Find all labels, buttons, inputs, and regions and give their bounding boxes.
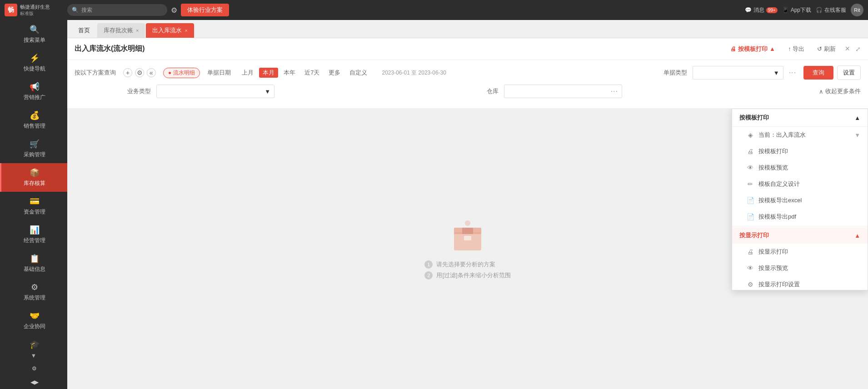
settings-button[interactable]: 设置 [837,65,861,80]
batch-tab-close[interactable]: × [136,28,139,33]
sidebar-item-settings-bottom[interactable]: ⚙ [0,362,67,375]
sidebar-label-sales: 销售管理 [24,122,45,130]
search-icon: 🔍 [30,25,40,35]
dropdown-template-excel[interactable]: 📄 按模板导出excel [732,192,868,209]
close-page-button[interactable]: × [845,44,850,54]
date-current-month[interactable]: 本月 [259,68,278,78]
filter-settings-button[interactable]: ⚙ [135,68,144,77]
filter-tag-water[interactable]: ● 流水明细 [163,68,200,78]
dropdown-display-section[interactable]: 按显示打印 ▲ [732,227,868,244]
svg-rect-3 [464,236,471,240]
sidebar-label-purchase: 采购管理 [24,151,45,159]
sidebar-item-marketing[interactable]: 📢 营销推广 [0,77,67,106]
template-custom-label: 模板自定义设计 [758,180,800,188]
filter-add-button[interactable]: + [123,68,132,77]
message-button[interactable]: 💬 消息 99+ [745,6,778,14]
export-icon: ↑ [788,45,791,52]
sidebar-label-inventory: 库存核算 [24,180,45,187]
dropdown-display-preview[interactable]: 👁 按显示预览 [732,260,868,276]
date-current-year[interactable]: 本年 [280,68,299,78]
tab-batch[interactable]: 库存批次账 × [97,23,145,38]
settings-gear-button[interactable]: ⚙ [171,6,177,15]
empty-tips: 1 请先选择要分析的方案 2 用[过滤]条件来缩小分析范围 [424,260,510,279]
date-7days[interactable]: 近7天 [301,68,323,78]
message-icon: 💬 [745,7,752,13]
export-button[interactable]: ↑ 导出 [784,43,808,55]
search-placeholder: 搜索 [81,6,92,14]
dropdown-template-custom[interactable]: ✏ 模板自定义设计 [732,176,868,192]
sidebar-scroll-down[interactable]: ▼ [0,349,67,362]
expand-button[interactable]: ⤢ [855,45,861,53]
template-pdf-label: 按模板导出pdf [758,213,796,221]
dropdown-template-pdf[interactable]: 📄 按模板导出pdf [732,209,868,225]
sidebar-item-quick-nav[interactable]: ⚡ 快捷导航 [0,49,67,77]
doc-type-label: 单据类型 [663,69,687,77]
sidebar-item-enterprise[interactable]: 🤝 企业协同 [0,306,67,335]
date-shortcuts: 上月 本月 本年 近7天 更多 自定义 [238,68,371,78]
date-prev-month[interactable]: 上月 [238,68,257,78]
content-area: 首页 库存批次账 × 出入库流水 × 出入库流水(流水明细) 🖨 按模板打印 ▲ [67,20,868,389]
query-button[interactable]: 查询 [803,66,833,80]
user-avatar[interactable]: Rit [851,4,863,16]
sidebar-item-basic[interactable]: 📋 基础信息 [0,249,67,278]
empty-tip-1: 1 请先选择要分析的方案 [424,260,510,269]
online-service-button[interactable]: 🎧 在线客服 [816,6,846,14]
sidebar-label-marketing: 营销推广 [24,94,45,101]
warehouse-label: 仓库 [487,87,499,95]
doc-type-select[interactable]: ▼ [693,66,783,80]
quick-nav-icon: ⚡ [30,53,40,63]
message-badge: 99+ [766,7,778,13]
sidebar-item-search[interactable]: 🔍 搜索菜单 [0,20,67,49]
guide-icon: 🎓 [30,339,40,349]
empty-state-icon [449,219,486,255]
print-template-button[interactable]: 🖨 按模板打印 ▲ [727,43,779,55]
industry-solution-button[interactable]: 体验行业方案 [181,4,229,16]
batch-tab-label: 库存批次账 [104,26,133,35]
flow-tab-close[interactable]: × [185,28,187,33]
tab-bar: 首页 库存批次账 × 出入库流水 × [67,20,868,38]
filter-section-label: 按以下方案查询 [75,69,116,77]
sidebar-item-guide[interactable]: 🎓 新手引导 [0,335,67,349]
sidebar-item-collapse[interactable]: ◀▶ [0,375,67,389]
sidebar-item-sales[interactable]: 💰 销售管理 [0,106,67,135]
sidebar-item-purchase[interactable]: 🛒 采购管理 [0,135,67,163]
online-service-label: 在线客服 [824,6,846,14]
date-more[interactable]: 更多 [325,68,344,78]
empty-tip-2: 2 用[过滤]条件来缩小分析范围 [424,271,510,279]
svg-point-4 [465,220,470,226]
warehouse-select[interactable]: ··· [504,85,622,98]
dropdown-current-template[interactable]: ◈ 当前：出入库流水 ▼ [732,127,868,143]
sidebar-item-inventory[interactable]: 📦 库存核算 [0,163,67,192]
collapse-filter-button[interactable]: ∧ 收起更多条件 [819,87,861,95]
dropdown-display-print[interactable]: 🖨 按显示打印 [732,244,868,260]
doc-type-chevron-icon: ▼ [773,70,779,76]
dropdown-display-settings[interactable]: ⚙ 按显示打印设置 [732,276,868,290]
warehouse-more-button[interactable]: ··· [611,87,618,95]
filter-row-2: 业务类型 ▼ 仓库 ··· ∧ 收起更多条件 [75,85,861,98]
app-download-label: App下载 [791,6,811,14]
sidebar-item-operation[interactable]: 📊 经营管理 [0,220,67,249]
current-template-label: 当前：出入库流水 [758,131,806,139]
date-custom[interactable]: 自定义 [346,68,371,78]
template-pdf-icon: 📄 [747,213,754,220]
filter-area: 按以下方案查询 + ⚙ « ● 流水明细 单据日期 上月 本月 本年 [67,60,868,109]
refresh-button[interactable]: ↺ 刷新 [813,43,839,55]
sidebar-label-system: 系统管理 [24,294,45,302]
main-layout: 🔍 搜索菜单 ⚡ 快捷导航 📢 营销推广 💰 销售管理 🛒 采购管理 📦 库存核… [0,20,868,389]
doc-type-more-button[interactable]: ··· [789,69,796,77]
global-search[interactable]: 🔍 搜索 [67,4,167,16]
print-chevron-up-icon: ▲ [769,45,775,52]
tab-home[interactable]: 首页 [72,23,96,38]
dropdown-template-print[interactable]: 🖨 按模板打印 [732,143,868,160]
date-label: 单据日期 [207,69,231,77]
sidebar-item-system[interactable]: ⚙ 系统管理 [0,278,67,306]
phone-icon: 📱 [782,7,789,13]
template-preview-label: 按模板预览 [758,164,788,172]
filter-collapse-button[interactable]: « [147,68,156,77]
biz-type-select[interactable]: ▼ [156,85,274,98]
app-download-button[interactable]: 📱 App下载 [782,6,811,14]
flow-tab-label: 出入库流水 [152,26,182,35]
tab-flow[interactable]: 出入库流水 × [146,23,194,38]
dropdown-template-preview[interactable]: 👁 按模板预览 [732,160,868,176]
sidebar-item-finance[interactable]: 💳 资金管理 [0,192,67,220]
